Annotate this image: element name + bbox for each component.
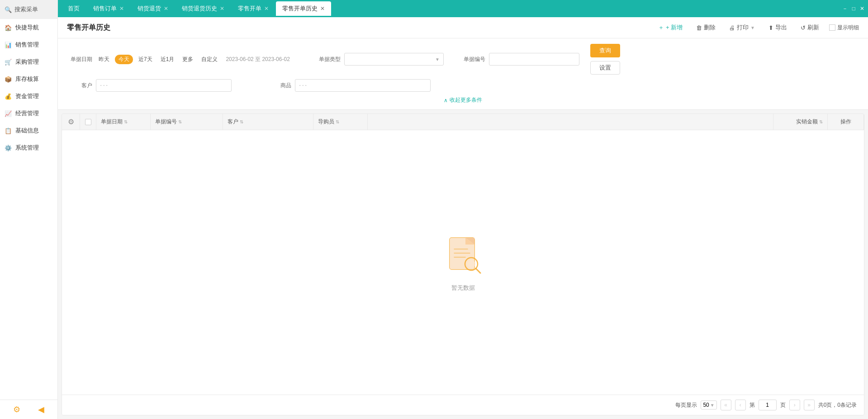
tab-bar-right: － □ ✕	[842, 5, 864, 13]
th-action-label: 操作	[840, 118, 851, 126]
page-number-input[interactable]	[759, 400, 777, 410]
th-guide: 导购员 ⇅	[313, 114, 368, 130]
sidebar-item-sys-mgmt[interactable]: ⚙️ 系统管理	[0, 139, 57, 156]
date-custom[interactable]: 自定义	[199, 55, 220, 64]
tab-sales-return-history-label: 销货退货历史	[182, 5, 217, 13]
delete-button[interactable]: 🗑 删除	[693, 22, 719, 33]
collapse-sidebar-icon[interactable]: ◀	[38, 405, 44, 414]
collapse-button[interactable]: ∧ 收起更多条件	[444, 96, 482, 104]
th-guide-sort[interactable]: ⇅	[336, 119, 339, 124]
home-icon: 🏠	[5, 24, 12, 31]
per-page-select[interactable]: 50 ▼	[701, 400, 716, 410]
goods-input[interactable]: ···	[295, 79, 431, 92]
print-button[interactable]: 🖨 打印 ▼	[726, 22, 759, 33]
show-detail-toggle[interactable]: 显示明细	[829, 24, 859, 32]
date-more[interactable]: 更多	[180, 55, 196, 64]
first-page-button[interactable]: «	[721, 400, 731, 410]
sidebar-item-operations[interactable]: 📈 经营管理	[0, 105, 57, 122]
query-button[interactable]: 查询	[590, 44, 620, 57]
date-last1month[interactable]: 近1月	[158, 55, 177, 64]
sidebar-item-basic-info[interactable]: 📋 基础信息	[0, 122, 57, 139]
th-amount-sort[interactable]: ⇅	[819, 119, 823, 124]
add-label: + 新增	[666, 24, 683, 32]
settings-button[interactable]: 设置	[590, 61, 620, 75]
doc-type-arrow: ▼	[435, 57, 440, 62]
customer-input[interactable]: ···	[96, 79, 232, 92]
prev-page-button[interactable]: ‹	[735, 400, 746, 410]
last-page-button[interactable]: »	[804, 400, 815, 410]
tab-sales-order[interactable]: 销售订单 ✕	[87, 1, 130, 16]
per-page-label: 每页显示	[675, 401, 697, 409]
sidebar-bottom: ⚙ ◀	[0, 400, 57, 419]
customer-label: 客户	[67, 82, 92, 89]
add-icon: ＋	[658, 24, 664, 32]
export-label: 导出	[775, 24, 787, 32]
th-action: 操作	[828, 114, 864, 130]
sidebar-item-finance[interactable]: 💰 资金管理	[0, 88, 57, 105]
th-guide-label: 导购员	[318, 118, 334, 126]
window-maximize[interactable]: □	[852, 5, 855, 12]
page-suffix: 页	[780, 401, 786, 409]
tab-sales-return-close[interactable]: ✕	[164, 5, 168, 12]
th-num: 单据编号 ⇅	[151, 114, 223, 130]
tab-home-label: 首页	[68, 5, 80, 13]
doc-type-select[interactable]: ▼	[344, 53, 444, 66]
inventory-icon: 📦	[5, 76, 12, 83]
sidebar-item-quick-nav[interactable]: 🏠 快捷导航	[0, 19, 57, 36]
next-page-button[interactable]: ›	[789, 400, 800, 410]
show-detail-text: 显示明细	[837, 24, 859, 32]
tab-sales-return-label: 销货退货	[138, 5, 161, 13]
refresh-button[interactable]: ↺ 刷新	[797, 22, 823, 33]
tab-retail-open-close[interactable]: ✕	[264, 5, 269, 12]
search-icon: 🔍	[5, 6, 12, 13]
doc-num-input[interactable]	[489, 53, 579, 66]
th-settings[interactable]: ⚙	[62, 114, 80, 130]
th-date-sort[interactable]: ⇅	[124, 119, 128, 124]
export-button[interactable]: ⬆ 导出	[765, 22, 791, 33]
window-minimize[interactable]: －	[842, 5, 848, 13]
date-yesterday[interactable]: 昨天	[96, 55, 112, 64]
sidebar-search[interactable]: 🔍 搜索采单	[0, 0, 57, 19]
select-all-checkbox[interactable]	[85, 119, 91, 125]
sidebar-item-purchase-mgmt[interactable]: 🛒 采购管理	[0, 53, 57, 71]
tab-home[interactable]: 首页	[62, 1, 86, 16]
tab-sales-return-history[interactable]: 销货退货历史 ✕	[175, 1, 231, 16]
tab-sales-order-label: 销售订单	[93, 5, 117, 13]
window-close[interactable]: ✕	[860, 5, 864, 12]
date-today[interactable]: 今天	[115, 55, 133, 64]
collapse-label: 收起更多条件	[450, 96, 482, 104]
page-header: 零售开单历史 ＋ + 新增 🗑 删除 🖨 打印 ▼ ⬆ 导出	[58, 17, 868, 38]
goods-dots: ···	[299, 81, 308, 89]
settings-bottom-icon[interactable]: ⚙	[13, 405, 20, 414]
add-button[interactable]: ＋ + 新增	[655, 22, 686, 33]
goods-label: 商品	[266, 82, 291, 89]
date-last7[interactable]: 近7天	[136, 55, 155, 64]
tab-sales-return[interactable]: 销货退货 ✕	[131, 1, 175, 16]
th-customer-sort[interactable]: ⇅	[240, 119, 243, 124]
tab-sales-return-history-close[interactable]: ✕	[220, 5, 224, 12]
th-checkbox[interactable]	[80, 114, 96, 130]
sidebar-item-label: 资金管理	[15, 92, 39, 100]
th-customer: 客户 ⇅	[223, 114, 313, 130]
doc-num-filter-cell: 单据编号	[460, 53, 579, 66]
goods-filter-cell: 商品 ···	[266, 79, 431, 92]
th-num-label: 单据编号	[155, 118, 177, 126]
sidebar-item-inventory[interactable]: 📦 库存核算	[0, 71, 57, 88]
basic-info-icon: 📋	[5, 127, 12, 134]
settings-cog-icon[interactable]: ⚙	[68, 118, 74, 126]
sys-icon: ⚙️	[5, 145, 12, 151]
tab-retail-open-history[interactable]: 零售开单历史 ✕	[276, 1, 331, 16]
date-filter-label: 单据日期	[67, 56, 92, 63]
filter-area: 单据日期 昨天 今天 近7天 近1月 更多 自定义 2023-06-02 至 2…	[58, 38, 868, 110]
date-range-text: 2023-06-02 至 2023-06-02	[226, 56, 289, 63]
tab-retail-open-history-close[interactable]: ✕	[320, 5, 325, 12]
sidebar-item-label: 经营管理	[15, 109, 39, 118]
tab-sales-order-close[interactable]: ✕	[119, 5, 124, 12]
delete-icon: 🗑	[696, 24, 702, 31]
tab-retail-open[interactable]: 零售开单 ✕	[232, 1, 275, 16]
th-num-sort[interactable]: ⇅	[178, 119, 182, 124]
th-date: 单据日期 ⇅	[96, 114, 151, 130]
th-amount-label: 实销金额	[796, 118, 818, 126]
sidebar-item-sales-mgmt[interactable]: 📊 销售管理	[0, 36, 57, 53]
page-title: 零售开单历史	[67, 23, 110, 33]
